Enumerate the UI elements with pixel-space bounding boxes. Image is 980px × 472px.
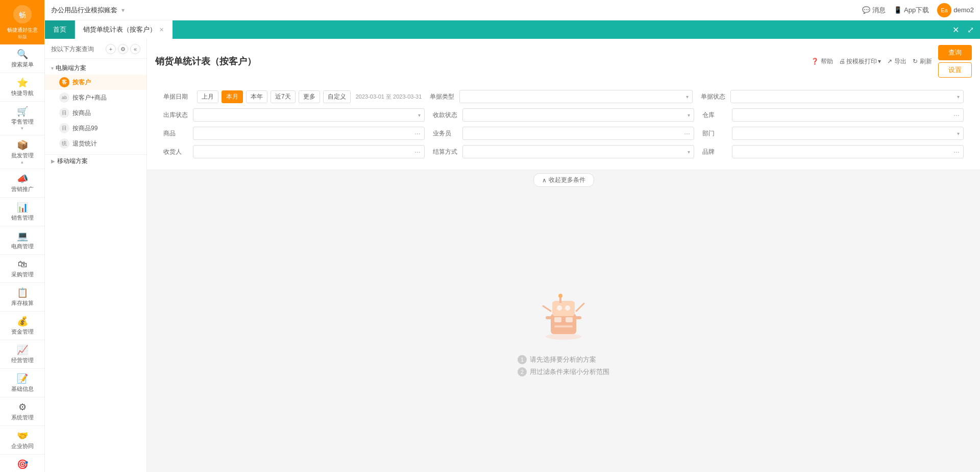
query-button[interactable]: 查询 xyxy=(938,45,972,60)
sidebar-item-operations[interactable]: 📈 经营管理 xyxy=(0,340,44,369)
date-range-text: 2023-03-01 至 2023-03-31 xyxy=(356,93,422,101)
top-nav-left: 办公用品行业模拟账套 ▾ xyxy=(51,6,125,15)
user-item[interactable]: Ea demo2 xyxy=(937,3,974,17)
wholesale-arrow: ▴ xyxy=(21,159,23,164)
sidebar-label-purchase: 采购管理 xyxy=(11,271,34,278)
add-scheme-btn[interactable]: + xyxy=(106,44,116,54)
receiver-input[interactable] xyxy=(193,145,425,158)
goods-wrap: ··· xyxy=(193,127,425,140)
app-download-icon: 📱 xyxy=(894,6,902,14)
collapse-panel-btn[interactable]: « xyxy=(130,44,140,54)
date-btn-7days[interactable]: 近7天 xyxy=(271,90,296,103)
logo-icon: 畅 xyxy=(12,4,33,25)
order-status-wrap: ▾ xyxy=(730,90,964,103)
salesperson-input[interactable] xyxy=(462,127,694,140)
tree-item-goods99[interactable]: 目 按商品99 xyxy=(45,121,146,136)
sidebar-item-ecommerce[interactable]: 💻 电商管理 xyxy=(0,226,44,255)
filter-row-1: 单据日期 上月 本月 本年 近7天 更多 自定义 2023-03-01 至 20… xyxy=(163,90,964,103)
out-status-cell: 出库状态 ▾ xyxy=(163,108,425,122)
tree-item-goods-label: 按商品 xyxy=(72,109,91,117)
order-status-cell: 单据状态 ▾ xyxy=(701,90,964,103)
star-icon: ⭐ xyxy=(17,77,28,88)
print-arrow: ▾ xyxy=(878,58,881,65)
date-btn-more[interactable]: 更多 xyxy=(299,90,320,103)
sidebar-item-enterprise[interactable]: 🤝 企业协同 xyxy=(0,426,44,455)
refresh-label: 刷新 xyxy=(920,57,932,66)
svg-point-10 xyxy=(557,305,562,311)
tree-arrow-right: ▶ xyxy=(51,158,55,164)
date-btn-this-month[interactable]: 本月 xyxy=(222,90,243,103)
sidebar-label-marketing: 营销推广 xyxy=(11,185,34,193)
tab-restore-btn[interactable]: ⤢ xyxy=(965,25,976,35)
export-btn[interactable]: ↗ 导出 xyxy=(887,57,906,66)
out-status-label: 出库状态 xyxy=(163,111,189,120)
filter-row-3: 商品 ··· 业务员 ··· xyxy=(163,127,964,140)
sidebar-item-finance[interactable]: 💰 资金管理 xyxy=(0,312,44,340)
user-name: demo2 xyxy=(953,6,974,14)
sidebar-item-sales[interactable]: 📊 销售管理 xyxy=(0,198,44,226)
inventory-icon: 📋 xyxy=(17,287,28,298)
sidebar-item-search[interactable]: 🔍 搜索菜单 xyxy=(0,44,44,73)
left-panel-title: 按以下方案查询 xyxy=(51,45,94,54)
settlement-select[interactable] xyxy=(462,145,694,158)
collapse-btn[interactable]: ∧ 收起更多条件 xyxy=(533,173,594,187)
sidebar-item-purchase[interactable]: 🛍 采购管理 xyxy=(0,255,44,283)
settlement-wrap: ▾ xyxy=(462,145,694,158)
sidebar-item-marketing[interactable]: 📣 营销推广 xyxy=(0,169,44,198)
print-btn[interactable]: 🖨 按模板打印 ▾ xyxy=(839,57,881,66)
goods-icon: 目 xyxy=(59,108,69,118)
date-btn-custom[interactable]: 自定义 xyxy=(323,90,351,103)
receiver-wrap: ··· xyxy=(193,145,425,158)
sidebar-item-newbie[interactable]: 🎯 新手引导 xyxy=(0,455,44,472)
brand-input[interactable] xyxy=(732,145,964,158)
department-select[interactable] xyxy=(732,127,964,140)
tab-sales-stats[interactable]: 销货单统计表（按客户） ✕ xyxy=(75,20,173,39)
goods-input[interactable] xyxy=(193,127,425,140)
sidebar-item-quick-nav[interactable]: ⭐ 快捷导航 xyxy=(0,73,44,102)
order-status-label: 单据状态 xyxy=(701,92,726,101)
user-avatar-text: Ea xyxy=(941,7,948,13)
sidebar-item-system[interactable]: ⚙ 系统管理 xyxy=(0,397,44,426)
tree-group-mobile[interactable]: ▶ 移动端方案 xyxy=(45,155,146,168)
payment-status-select[interactable] xyxy=(462,108,694,122)
message-item[interactable]: 💬 消息 xyxy=(862,6,886,15)
page-header-actions: ❓ 帮助 🖨 按模板打印 ▾ ↗ 导出 ↻ xyxy=(811,45,972,78)
tree-item-return-stats[interactable]: 统 退货统计 xyxy=(45,136,146,151)
refresh-btn[interactable]: ↻ 刷新 xyxy=(913,57,932,66)
tab-bar: 首页 销货单统计表（按客户） ✕ ✕ ⤢ xyxy=(45,20,980,39)
marketing-icon: 📣 xyxy=(17,173,28,184)
left-panel-header-actions: + ⚙ « xyxy=(106,44,140,54)
payment-status-cell: 收款状态 ▾ xyxy=(433,108,694,122)
date-btn-last-month[interactable]: 上月 xyxy=(197,90,218,103)
tab-close-btn[interactable]: ✕ xyxy=(159,27,164,33)
tab-home[interactable]: 首页 xyxy=(45,20,75,39)
tree-item-customer-goods[interactable]: ab 按客户+商品 xyxy=(45,90,146,105)
sidebar-item-wholesale[interactable]: 📦 批发管理 ▴ xyxy=(0,135,44,169)
sidebar-item-inventory[interactable]: 📋 库存核算 xyxy=(0,283,44,312)
refresh-icon: ↻ xyxy=(913,58,918,65)
message-label: 消息 xyxy=(872,6,886,15)
order-type-select[interactable] xyxy=(459,90,693,103)
settings-scheme-btn[interactable]: ⚙ xyxy=(118,44,128,54)
settlement-cell: 结算方式 ▾ xyxy=(433,145,694,158)
tree-item-goods[interactable]: 目 按商品 xyxy=(45,105,146,121)
settings-button[interactable]: 设置 xyxy=(938,62,972,78)
sidebar-label-basics: 基础信息 xyxy=(11,385,34,393)
svg-point-13 xyxy=(558,294,562,298)
warehouse-input[interactable] xyxy=(732,108,964,122)
tab-close-all-btn[interactable]: ✕ xyxy=(950,25,961,35)
workspace-arrow[interactable]: ▾ xyxy=(121,7,125,14)
tree-group-desktop[interactable]: ▾ 电脑端方案 xyxy=(45,62,146,75)
svg-text:畅: 畅 xyxy=(19,11,26,19)
svg-rect-7 xyxy=(575,316,581,319)
help-btn[interactable]: ❓ 帮助 xyxy=(811,57,833,66)
tree-item-customer[interactable]: 客 按客户 xyxy=(45,75,146,90)
export-icon: ↗ xyxy=(887,58,892,65)
out-status-select[interactable] xyxy=(193,108,425,122)
sidebar-item-retail[interactable]: 🛒 零售管理 ▾ xyxy=(0,102,44,135)
app-download-item[interactable]: 📱 App下载 xyxy=(894,6,929,15)
app-name: 畅捷通好生意 xyxy=(7,27,38,34)
date-btn-this-year[interactable]: 本年 xyxy=(246,90,267,103)
order-status-select[interactable] xyxy=(730,90,964,103)
sidebar-item-basics[interactable]: 📝 基础信息 xyxy=(0,369,44,397)
